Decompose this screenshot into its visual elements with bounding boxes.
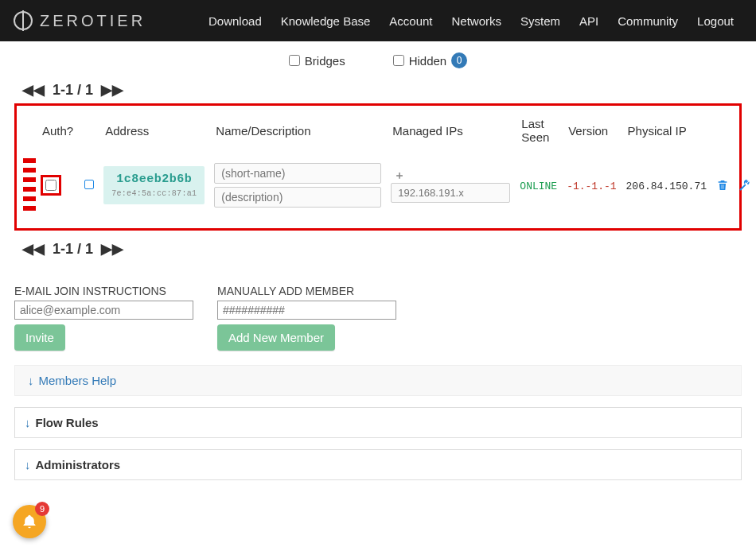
pager-text-bottom: 1-1 / 1 [53, 241, 93, 258]
filter-bridges-label: Bridges [305, 54, 345, 68]
filter-hidden-checkbox[interactable] [393, 55, 404, 66]
arrow-down-icon: ↓ [25, 416, 31, 429]
pager-top: ◀◀ 1-1 / 1 ▶▶ [14, 76, 742, 103]
pager-first-icon-bottom[interactable]: ◀◀ [22, 240, 45, 258]
administrators-header[interactable]: ↓ Administrators [15, 450, 741, 479]
administrators-panel: ↓ Administrators [14, 449, 742, 480]
pager-bottom: ◀◀ 1-1 / 1 ▶▶ [14, 235, 742, 262]
email-invite-block: E-MAIL JOIN INSTRUCTIONS Invite [14, 285, 193, 351]
col-address: Address [99, 109, 209, 158]
zerotier-logo-icon [13, 10, 33, 31]
nav-logout[interactable]: Logout [688, 14, 743, 28]
hidden-count-badge: 0 [451, 52, 467, 68]
flow-rules-header[interactable]: ↓ Flow Rules [15, 408, 741, 437]
brand-logo[interactable]: ZEROTIER [13, 10, 146, 31]
nav-knowledge-base[interactable]: Knowledge Base [271, 14, 380, 28]
manual-add-label: MANUALLY ADD MEMBER [217, 285, 396, 297]
top-navbar: ZEROTIER Download Knowledge Base Account… [0, 0, 756, 41]
trash-icon[interactable] [711, 158, 734, 212]
member-version: -1.-1.-1 [567, 180, 616, 192]
col-name: Name/Description [209, 109, 386, 158]
members-help-text: Members Help [39, 374, 117, 387]
member-row: 1c8eeb2b6b 7e:e4:5a:cc:87:a1 ＋ ONLINE [23, 158, 756, 212]
auth-checkbox-highlight [41, 175, 61, 196]
nav-account[interactable]: Account [380, 14, 442, 28]
manual-add-block: MANUALLY ADD MEMBER Add New Member [217, 285, 396, 351]
members-table: Auth? Address Name/Description Managed I… [23, 109, 756, 212]
col-auth: Auth? [36, 109, 80, 158]
col-lastseen: Last Seen [515, 109, 562, 158]
node-hwaddr: 7e:e4:5a:cc:87:a1 [111, 189, 197, 198]
flow-rules-label: Flow Rules [36, 416, 99, 429]
members-help-bar[interactable]: ↓ Members Help [14, 365, 742, 396]
nav-networks[interactable]: Networks [442, 14, 512, 28]
brand-text: ZEROTIER [40, 12, 146, 30]
invite-button[interactable]: Invite [14, 324, 65, 351]
nav-api[interactable]: API [570, 14, 608, 28]
member-filter-row: Bridges Hidden 0 [14, 48, 742, 76]
add-member-forms: E-MAIL JOIN INSTRUCTIONS Invite MANUALLY… [14, 285, 742, 351]
wrench-icon[interactable] [734, 158, 756, 212]
address-cell: 1c8eeb2b6b 7e:e4:5a:cc:87:a1 [103, 166, 205, 204]
flow-rules-panel: ↓ Flow Rules [14, 407, 742, 438]
col-version: Version [562, 109, 621, 158]
row-unauth-marker [23, 158, 36, 212]
filter-bridges-checkbox[interactable] [289, 55, 300, 66]
node-id: 1c8eeb2b6b [111, 173, 197, 186]
members-panel-highlighted: Auth? Address Name/Description Managed I… [14, 103, 742, 231]
pager-text: 1-1 / 1 [53, 82, 93, 99]
col-managed: Managed IPs [386, 109, 515, 158]
nav-system[interactable]: System [511, 14, 570, 28]
filter-bridges[interactable]: Bridges [289, 54, 345, 68]
physical-ip: 206.84.150.71 [626, 180, 707, 192]
filter-hidden[interactable]: Hidden 0 [393, 52, 468, 68]
pager-last-icon[interactable]: ▶▶ [101, 81, 123, 99]
email-invite-label: E-MAIL JOIN INSTRUCTIONS [14, 285, 193, 297]
nav-community[interactable]: Community [608, 14, 688, 28]
pager-first-icon[interactable]: ◀◀ [22, 81, 45, 99]
arrow-down-icon: ↓ [25, 458, 31, 471]
add-member-button[interactable]: Add New Member [217, 324, 335, 351]
add-ip-icon[interactable]: ＋ [391, 169, 408, 181]
short-name-input[interactable] [214, 163, 381, 184]
manual-add-input[interactable] [217, 301, 396, 320]
last-seen-status: ONLINE [520, 180, 557, 192]
email-invite-input[interactable] [14, 301, 193, 320]
auth-checkbox[interactable] [45, 180, 57, 191]
administrators-label: Administrators [36, 458, 121, 471]
managed-ip-input[interactable] [391, 183, 510, 203]
col-physip: Physical IP [622, 109, 711, 158]
filter-hidden-label: Hidden [409, 54, 447, 68]
nav-download[interactable]: Download [199, 14, 271, 28]
expand-toggle-icon[interactable] [84, 180, 94, 189]
arrow-down-icon: ↓ [28, 374, 34, 387]
pager-last-icon-bottom[interactable]: ▶▶ [101, 240, 123, 258]
description-input[interactable] [214, 187, 381, 208]
